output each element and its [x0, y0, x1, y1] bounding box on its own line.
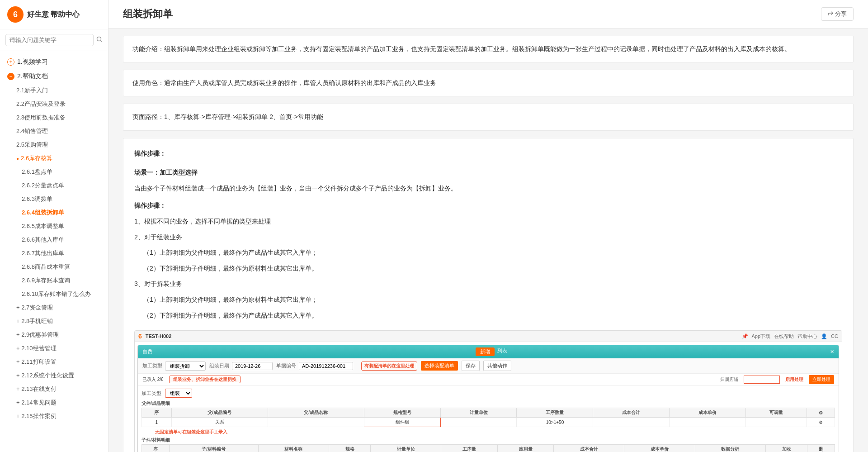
- path-text: 页面路径：1、库存核算->库存管理->组装拆卸单 2、首页->常用功能: [132, 113, 323, 120]
- type-select-input[interactable]: 组装: [165, 389, 192, 398]
- nav-item-22[interactable]: 2.2产品安装及登录: [0, 97, 108, 111]
- ss-shop-label: 归属店铺: [720, 376, 738, 383]
- field-date-input[interactable]: [232, 362, 273, 370]
- btn-save[interactable]: 保存: [462, 361, 480, 371]
- operations-title: 操作步骤：: [134, 147, 842, 160]
- nav-item-266[interactable]: 2.6.6其他入库单: [0, 233, 108, 247]
- nav-group-docs: − 2.帮助文档 2.1新手入门 2.2产品安装及登录 2.3使用前数据准备 2…: [0, 69, 108, 423]
- nav-item-269[interactable]: 2.6.9库存账本查询: [0, 274, 108, 287]
- field-row-type: 加工类型 组装拆卸: [142, 362, 206, 371]
- field-type-label: 加工类型: [142, 362, 162, 369]
- step3-sub1: （1）上部明细为父件明细，最终作为原材料生成其它出库单；: [143, 294, 842, 306]
- nav-item-27[interactable]: + 2.7资金管理: [0, 301, 108, 314]
- nav-item-26[interactable]: ●2.6库存核算: [0, 152, 108, 165]
- path-block: 页面路径：1、库存核算->库存管理->组装拆卸单 2、首页->常用功能: [123, 104, 854, 130]
- nav-group-docs-header[interactable]: − 2.帮助文档: [0, 69, 108, 84]
- nav-item-214[interactable]: + 2.14常见问题: [0, 396, 108, 409]
- logo-text: 好生意 帮助中心: [27, 10, 80, 19]
- nav-item-211[interactable]: + 2.11打印设置: [0, 355, 108, 369]
- nav-item-24[interactable]: 2.4销售管理: [0, 124, 108, 138]
- step3: 3、对于拆装业务: [134, 278, 842, 290]
- btn-select-bom[interactable]: 选择装配清单: [421, 361, 458, 371]
- logo-area: 6 好生意 帮助中心: [0, 0, 108, 29]
- nav-item-263[interactable]: 2.6.3调拨单: [0, 192, 108, 206]
- th-unit: 计量单位: [440, 408, 517, 418]
- th-seq: 序: [142, 408, 172, 418]
- th-proc-qty: 工序数量: [517, 408, 593, 418]
- step2-sub2: （2）下部明细为子件明细，最终作为原材料生成其它出库单。: [143, 262, 842, 275]
- nav-item-261[interactable]: 2.6.1盘点单: [0, 165, 108, 179]
- ss-count-label: 已录入 2/6: [142, 376, 164, 383]
- th-parent-no: 父/成品编号: [171, 408, 268, 418]
- ss-shop-input[interactable]: [744, 376, 780, 384]
- nav-group-videos-header[interactable]: + 1.视频学习: [0, 55, 108, 69]
- ss-icon5: 👤: [821, 333, 827, 339]
- ss-body: 加工类型 组装 父件/成品明细 序: [138, 386, 839, 452]
- nav-item-262[interactable]: 2.6.2分量盘点单: [0, 179, 108, 192]
- ss-table2: 序 子/材料编号 材料名称 规格 计量单位 工序量 应用量 成本合计 成本单价: [142, 444, 835, 452]
- field-date-label: 组装日期: [209, 362, 229, 369]
- table-row: 1 关系 组件组 10>1+50: [142, 418, 835, 427]
- ss-new-btn[interactable]: 新增: [476, 347, 495, 356]
- scene1-desc: 当由多个子件材料组装成一个成品的业务为【组装】业务，当由一个父件拆分成多个子产品…: [134, 182, 842, 195]
- field-row-no: 单据编号: [276, 362, 353, 370]
- svg-point-0: [97, 37, 101, 41]
- ss-icon1: 📌: [742, 333, 748, 339]
- nav-item-25[interactable]: 2.5采购管理: [0, 138, 108, 152]
- ss-notice-row: 已录入 2/6 组装业务、拆卸业务在这里切换 归属店铺 启用处理 立即处理: [138, 374, 839, 386]
- ss-table1: 序 父/成品编号 父/成品名称 规格型号 计量单位 工序数量 成本合计 成本单价: [142, 408, 835, 427]
- nav-item-264[interactable]: 2.6.4组装拆卸单: [0, 206, 108, 219]
- th-parent-name: 父/成品名称: [268, 408, 364, 418]
- annotation-switch: 组装业务、拆卸业务在这里切换: [169, 376, 241, 383]
- th-action: ⚙: [807, 408, 835, 418]
- content-area: 功能介绍：组装拆卸单用来处理企业组装或拆卸等加工业务，支持有固定装配清单的产品加…: [108, 29, 868, 452]
- nav-item-267[interactable]: 2.6.7其他出库单: [0, 247, 108, 260]
- logo-icon: 6: [7, 6, 24, 23]
- ss-list-label: 列表: [497, 347, 507, 356]
- ss-form-toolbar: 加工类型 组装拆卸 组装日期 单据编号: [138, 358, 839, 374]
- th-avail: 可调量: [746, 408, 807, 418]
- search-box: [0, 29, 108, 51]
- nav-item-212[interactable]: + 2.12系统个性化设置: [0, 369, 108, 382]
- ss-table2-label: 子件/材料明细: [142, 437, 835, 443]
- share-button[interactable]: 分享: [821, 7, 854, 21]
- ss-icon3: 在线帮助: [774, 333, 794, 340]
- field-no-input[interactable]: [299, 362, 353, 370]
- nav-item-2610[interactable]: 2.6.10库存账本错了怎么办: [0, 287, 108, 301]
- nav-item-265[interactable]: 2.6.5成本调整单: [0, 219, 108, 233]
- nav-list: + 1.视频学习 − 2.帮助文档 2.1新手入门 2.2产品安装及登录 2.3…: [0, 51, 108, 452]
- ss-icon4: 帮助中心: [797, 333, 817, 340]
- nav-item-21[interactable]: 2.1新手入门: [0, 84, 108, 97]
- btn-other[interactable]: 其他动作: [483, 361, 511, 371]
- nav-item-215[interactable]: + 2.15操作案例: [0, 409, 108, 423]
- main-content: 组装拆卸单 分享 功能介绍：组装拆卸单用来处理企业组装或拆卸等加工业务，支持有固…: [108, 0, 868, 452]
- field-type-select[interactable]: 组装拆卸: [165, 362, 206, 371]
- search-button[interactable]: [96, 36, 103, 44]
- ss-window-close[interactable]: ✕: [830, 349, 834, 355]
- nav-item-210[interactable]: + 2.10经营管理: [0, 342, 108, 355]
- steps-title: 操作步骤：: [134, 200, 842, 212]
- ss-window-title: 自费: [142, 348, 152, 355]
- search-input[interactable]: [5, 34, 94, 46]
- annotation-has-bom: 有装配清单的在这里处理: [361, 362, 417, 371]
- nav-item-23[interactable]: 2.3使用前数据准备: [0, 111, 108, 124]
- nav-item-28[interactable]: + 2.8手机旺铺: [0, 314, 108, 328]
- nav-item-213[interactable]: + 2.13在线支付: [0, 382, 108, 396]
- ss-type-row: 加工类型 组装: [142, 389, 835, 398]
- step2: 2、对于组装业务: [134, 231, 842, 243]
- sidebar: 6 好生意 帮助中心 + 1.视频学习 − 2.帮助文档 2.1新手入门 2.2…: [0, 0, 108, 452]
- page-title: 组装拆卸单: [123, 7, 173, 21]
- th-cost-total: 成本合计: [593, 408, 670, 418]
- nav-group-docs-label: 2.帮助文档: [17, 72, 48, 81]
- ss-icon2: App下载: [752, 333, 771, 340]
- screenshot-inner: 6 TEST-H002 📌 App下载 在线帮助 帮助中心 👤 CC 自费: [135, 331, 842, 452]
- btn-confirm[interactable]: 立即处理: [809, 375, 834, 384]
- role-block: 使用角色：通常由生产人员或库管人员完成拆装业务的操作，库管人员确认原材料的出库和…: [123, 70, 854, 96]
- ss-window: 自费 新增 列表 ✕ 加工类型 组装: [137, 345, 839, 452]
- operations-content: 操作步骤： 场景一：加工类型选择 当由多个子件材料组装成一个成品的业务为【组装】…: [123, 138, 854, 452]
- ss-window-nav: 新增 列表: [476, 347, 507, 356]
- nav-item-268[interactable]: 2.6.8商品成本重算: [0, 260, 108, 274]
- nav-item-29[interactable]: + 2.9优惠券管理: [0, 328, 108, 342]
- nav-group-videos: + 1.视频学习: [0, 55, 108, 69]
- step1: 1、根据不同的业务，选择不同单据的类型来处理: [134, 215, 842, 228]
